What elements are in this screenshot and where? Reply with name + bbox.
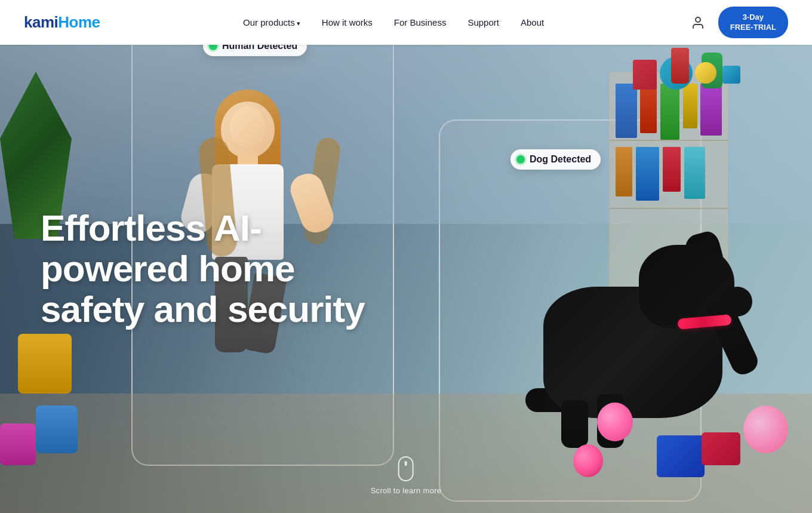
hero-text-block: Effortless AI-powered home safety and se… [41, 208, 399, 330]
logo-home: Home [58, 13, 100, 32]
scroll-label: Scroll to learn more [371, 486, 442, 495]
nav-item-business[interactable]: For Business [394, 17, 447, 28]
account-icon[interactable] [687, 12, 709, 33]
dog-detection-label: Dog Detected [530, 154, 591, 165]
logo-kami: kami [24, 13, 58, 32]
nav-item-about[interactable]: About [521, 17, 544, 28]
scroll-indicator[interactable]: Scroll to learn more [371, 456, 442, 495]
svg-point-0 [696, 17, 700, 22]
scroll-wheel [405, 461, 407, 466]
dog-detection-dot [516, 155, 525, 164]
nav-link-about[interactable]: About [521, 17, 544, 27]
free-trial-button[interactable]: 3-Day FREE-TRIAL [718, 7, 788, 39]
nav-link-business[interactable]: For Business [394, 17, 447, 27]
shelf-decorations [671, 48, 740, 84]
dog-detection-badge: Dog Detected [510, 149, 601, 170]
nav-right: 3-Day FREE-TRIAL [687, 7, 788, 39]
lamp-decoration [671, 48, 689, 84]
scroll-mouse-icon [398, 456, 414, 481]
nav-link-how[interactable]: How it works [322, 17, 373, 27]
dog-figure [525, 227, 752, 454]
nav-item-how[interactable]: How it works [322, 17, 373, 28]
nav-item-products[interactable]: Our products [243, 17, 300, 28]
nav-link-support[interactable]: Support [467, 17, 499, 27]
nav-link-products[interactable]: Our products [243, 17, 300, 27]
navbar: kami Home Our products How it works For … [0, 0, 812, 45]
nav-links: Our products How it works For Business S… [243, 17, 544, 28]
hero-title: Effortless AI-powered home safety and se… [41, 208, 399, 330]
logo[interactable]: kami Home [24, 13, 100, 32]
nav-item-support[interactable]: Support [467, 17, 499, 28]
hero-section: Human Detected Dog Detected Effortless A… [0, 0, 812, 513]
